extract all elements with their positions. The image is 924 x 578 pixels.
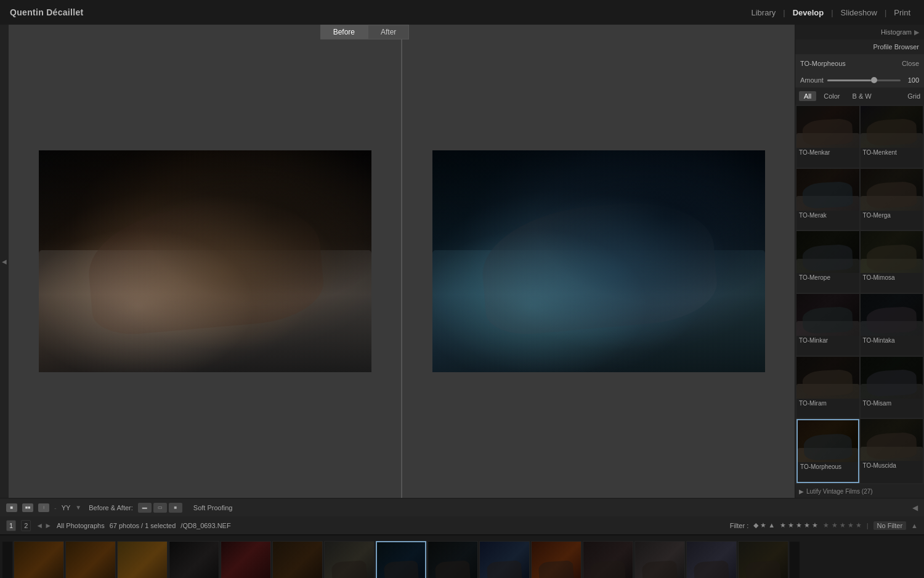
filter-tab-all[interactable]: All [799, 91, 816, 101]
amount-label: Amount [800, 76, 824, 84]
star-rating[interactable]: ★ ★ ★ ★ ★ [780, 521, 818, 529]
filmstrip-thumb-1[interactable] [14, 541, 64, 579]
profile-item-to-merope[interactable]: TO-Merope [796, 231, 859, 293]
profile-item-to-merak[interactable]: TO-Merak [796, 169, 859, 230]
filmstrip-thumb-2[interactable] [65, 541, 116, 579]
filmstrip-thumb-3[interactable] [117, 541, 168, 579]
rating-sep: | [867, 522, 869, 529]
nav-develop[interactable]: Develop [789, 7, 828, 18]
filmstrip-arrows: ◄ ► [36, 521, 52, 530]
before-panel [9, 25, 402, 498]
profile-browser-label: Profile Browser [873, 43, 919, 51]
profile-item-to-menkent[interactable]: TO-Menkent [861, 106, 923, 168]
all-photographs-label: All Photographs [57, 522, 105, 529]
nav-slideshow[interactable]: Slideshow [837, 7, 881, 18]
filmstrip-thumb-11[interactable] [531, 541, 582, 579]
profile-name-8: TO-Miram [796, 399, 859, 409]
profile-name-11: TO-Muscida [861, 461, 923, 471]
histogram-toggle[interactable]: Histogram ▶ [795, 25, 924, 39]
filmstrip-thumb-13[interactable] [634, 541, 685, 579]
right-panel-toggle[interactable]: ◀ [912, 503, 918, 512]
filmstrip-thumb-8[interactable] [376, 541, 426, 579]
grid-view-toggle[interactable]: Grid [907, 92, 920, 100]
nav-library[interactable]: Library [748, 7, 780, 18]
profiles-grid: TO-MenkarTO-MenkentTO-MerakTO-MergaTO-Me… [795, 105, 924, 484]
filmstrip-tab-2[interactable]: 2 [21, 520, 31, 531]
after-panel [402, 25, 795, 498]
view-mode-grid[interactable]: ⁝ [38, 503, 49, 512]
close-profile-button[interactable]: Close [902, 60, 919, 67]
filmstrip-thumb-6[interactable] [272, 541, 323, 579]
filter-label: Filter : [730, 522, 749, 529]
filter-tabs: All Color B & W Grid [795, 88, 924, 105]
profile-item-to-miram[interactable]: TO-Miram [796, 357, 859, 418]
profile-item-to-menkar[interactable]: TO-Menkar [796, 106, 859, 168]
filmstrip-thumb-9[interactable] [428, 541, 478, 579]
filmstrip-thumb-15[interactable] [738, 541, 788, 579]
profile-browser-toggle[interactable]: Profile Browser [795, 39, 924, 54]
after-photo-content [432, 150, 765, 372]
filmstrip-tab-1[interactable]: 1 [6, 520, 16, 531]
app-title: Quentin Décaillet [10, 7, 83, 17]
profile-name-6: TO-Minkar [796, 336, 859, 346]
before-photo-content [39, 150, 371, 372]
amount-row: Amount 100 [795, 73, 924, 88]
view-mode-single[interactable]: ■ [6, 503, 17, 512]
no-filter-badge[interactable]: No Filter [873, 521, 907, 530]
ba-btn-2[interactable]: ▭ [153, 503, 167, 513]
filmstrip-thumb-12[interactable] [583, 541, 633, 579]
star-rating-empty: ★ ★ ★ ★ ★ [823, 521, 861, 529]
left-panel-toggle[interactable]: ◀ [0, 25, 9, 498]
nav-links: Library | Develop | Slideshow | Print [748, 7, 915, 18]
amount-fill [827, 79, 871, 81]
profile-name-0: TO-Menkar [796, 148, 859, 158]
profile-name-2: TO-Merak [796, 211, 859, 221]
profile-name-bar: TO-Morpheous Close [795, 54, 924, 73]
filmstrip-right-edge [790, 542, 800, 579]
profile-item-to-mimosa[interactable]: TO-Mimosa [861, 231, 923, 293]
profile-name-5: TO-Mimosa [861, 273, 923, 283]
filter-icons[interactable]: ◆ ★ ▲ [753, 521, 775, 529]
before-after-mode-label: Before & After: [89, 504, 133, 511]
profile-item-to-mintaka[interactable]: TO-Mintaka [861, 294, 923, 356]
amount-value: 100 [904, 76, 919, 84]
before-tab[interactable]: Before [320, 25, 368, 39]
lutify-vintage-section[interactable]: ▶ Lutify Vintage Films (27) [795, 484, 924, 498]
top-bar: Quentin Décaillet Library | Develop | Sl… [0, 0, 924, 25]
filmstrip-thumb-14[interactable] [686, 541, 737, 579]
filter-tab-color[interactable]: Color [819, 91, 845, 101]
filmstrip-prev[interactable]: ◄ [36, 521, 43, 530]
filter-right-icon: ▲ [911, 522, 918, 529]
ba-btn-1[interactable]: ▬ [138, 503, 152, 513]
photo-count: 67 photos / 1 selected [110, 522, 176, 529]
profile-name-4: TO-Merope [796, 273, 859, 283]
profile-item-to-misam[interactable]: TO-Misam [861, 357, 923, 418]
profile-name-7: TO-Mintaka [861, 336, 923, 346]
filmstrip-thumb-10[interactable] [479, 541, 530, 579]
images-container [9, 25, 795, 498]
ba-btn-3[interactable]: ■ [169, 503, 182, 513]
profile-name: TO-Morpheous [800, 60, 846, 67]
profile-item-to-minkar[interactable]: TO-Minkar [796, 294, 859, 356]
amount-slider[interactable] [827, 79, 901, 81]
profile-item-to-muscida[interactable]: TO-Muscida [861, 419, 923, 483]
main-area: ◀ Before After [0, 25, 924, 498]
ba-mode-buttons: ▬ ▭ ■ [138, 503, 182, 513]
profile-name-3: TO-Merga [861, 211, 923, 221]
nav-print[interactable]: Print [890, 7, 914, 18]
filmstrip-thumb-4[interactable] [169, 541, 219, 579]
profile-item-to-merga[interactable]: TO-Merga [861, 169, 923, 230]
after-tab[interactable]: After [368, 25, 409, 39]
bottom-toolbar: ■ ■■ ⁝ - YY ▼ Before & After: ▬ ▭ ■ Soft… [0, 498, 924, 516]
amount-thumb[interactable] [871, 77, 877, 83]
filmstrip-edge [2, 542, 12, 579]
profile-item-to-morpheous[interactable]: TO-Morpheous [796, 419, 859, 483]
view-mode-split[interactable]: ■■ [22, 503, 33, 512]
histogram-label: Histogram [881, 28, 912, 36]
profile-name-9: TO-Misam [861, 399, 923, 409]
before-after-bar: Before After [9, 25, 795, 39]
filter-tab-bw[interactable]: B & W [848, 91, 877, 101]
filmstrip-next[interactable]: ► [44, 521, 52, 530]
filmstrip-thumb-5[interactable] [221, 541, 271, 579]
filmstrip-thumb-7[interactable] [324, 541, 375, 579]
